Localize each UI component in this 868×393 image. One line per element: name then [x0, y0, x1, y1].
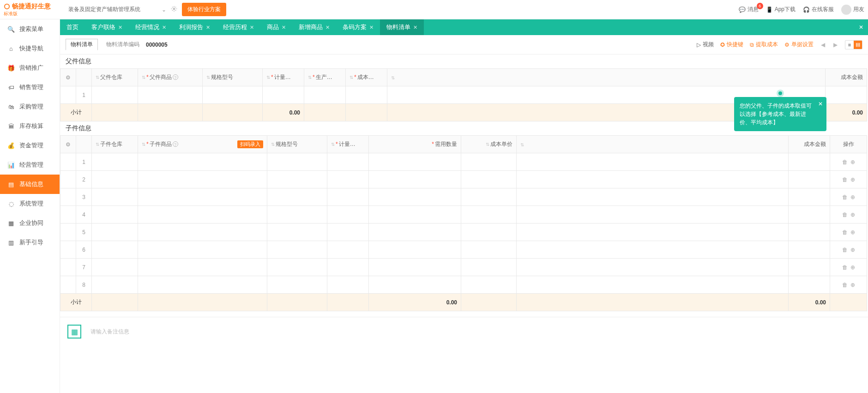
- help-icon[interactable]: ?: [173, 141, 178, 147]
- sidebar-item-quicknav[interactable]: ⌂快捷导航: [0, 39, 60, 58]
- close-icon[interactable]: ✕: [162, 24, 166, 30]
- gear-icon[interactable]: ⚙: [60, 69, 76, 86]
- delete-icon[interactable]: 🗑: [842, 229, 848, 236]
- close-icon[interactable]: ✕: [369, 24, 374, 30]
- col-parent-unit[interactable]: ⇅*计量…: [263, 69, 304, 86]
- scan-button[interactable]: 扫码录入: [237, 140, 263, 148]
- table-row[interactable]: 3🗑⊕: [60, 188, 867, 206]
- close-icon[interactable]: ✕: [326, 24, 330, 30]
- col-parent-warehouse[interactable]: ⇅父件仓库: [92, 69, 138, 86]
- sidebar-item-finance[interactable]: 💰资金管理: [0, 136, 60, 155]
- tab-barcode[interactable]: 条码方案✕: [336, 19, 380, 35]
- memo-icon[interactable]: ▦: [67, 325, 81, 339]
- gift-icon: 🎁: [7, 65, 15, 72]
- sidebar-item-label: 企业协同: [19, 219, 43, 227]
- add-icon[interactable]: ⊕: [850, 212, 855, 218]
- add-icon[interactable]: ⊕: [850, 229, 855, 236]
- table-row[interactable]: 5🗑⊕: [60, 224, 867, 241]
- table-row[interactable]: 2🗑⊕: [60, 171, 867, 188]
- gear-icon[interactable]: ⚙: [60, 136, 76, 153]
- table-row[interactable]: 8🗑⊕: [60, 276, 867, 294]
- col-parent-produce[interactable]: ⇅*生产…: [304, 69, 346, 86]
- sidebar-item-collab[interactable]: ▦企业协同: [0, 213, 60, 233]
- support-label: 在线客服: [812, 6, 834, 13]
- add-icon[interactable]: ⊕: [850, 194, 855, 200]
- close-icon[interactable]: ✕: [250, 24, 254, 30]
- table-row[interactable]: 1🗑⊕: [60, 153, 867, 171]
- sidebar-item-operation[interactable]: 📊经营管理: [0, 155, 60, 175]
- add-icon[interactable]: ⊕: [850, 264, 855, 271]
- user-menu[interactable]: 用友: [841, 5, 864, 15]
- tab-newproduct[interactable]: 新增商品✕: [292, 19, 336, 35]
- sidebar-item-search[interactable]: 🔍搜索菜单: [0, 19, 60, 39]
- tab-contacts[interactable]: 客户联络✕: [85, 19, 129, 35]
- delete-icon[interactable]: 🗑: [842, 212, 848, 218]
- delete-icon[interactable]: 🗑: [842, 176, 848, 183]
- view-detail-icon[interactable]: ▤: [854, 41, 862, 49]
- sidebar-item-guide[interactable]: ▥新手引导: [0, 233, 60, 252]
- table-row[interactable]: 7🗑⊕: [60, 259, 867, 276]
- col-child-amount[interactable]: 成本金额: [789, 136, 830, 153]
- close-all-tabs-icon[interactable]: ✕: [854, 24, 868, 30]
- tab-status[interactable]: 经营情况✕: [129, 19, 173, 35]
- home-icon: ⌂: [7, 45, 15, 52]
- sidebar-item-label: 采购管理: [19, 103, 43, 111]
- add-icon[interactable]: ⊕: [850, 159, 855, 165]
- add-icon[interactable]: ⊕: [850, 282, 855, 288]
- delete-icon[interactable]: 🗑: [842, 282, 848, 288]
- col-parent-spec[interactable]: ⇅规格型号: [203, 69, 263, 86]
- prev-icon[interactable]: ◀: [820, 42, 826, 48]
- table-row[interactable]: 6🗑⊕: [60, 241, 867, 259]
- table-row[interactable]: 4🗑⊕: [60, 206, 867, 224]
- col-child-warehouse[interactable]: ⇅子件仓库: [92, 136, 138, 153]
- delete-icon[interactable]: 🗑: [842, 264, 848, 271]
- delete-icon[interactable]: 🗑: [842, 194, 848, 200]
- tab-bom[interactable]: 物料清单✕: [380, 19, 424, 35]
- sort-icon: ⇅: [271, 143, 275, 146]
- col-parent-amount[interactable]: 成本金额: [826, 69, 867, 86]
- sidebar-item-marketing[interactable]: 🎁营销推广: [0, 58, 60, 78]
- close-icon[interactable]: ✕: [818, 100, 823, 108]
- app-download-button[interactable]: 📱 App下载: [766, 6, 796, 13]
- delete-icon[interactable]: 🗑: [842, 159, 848, 165]
- tool-label: 快捷键: [727, 41, 743, 48]
- col-parent-product[interactable]: ⇅*父件商品?: [138, 69, 203, 86]
- sidebar-item-sales[interactable]: 🏷销售管理: [0, 78, 60, 97]
- system-selector[interactable]: 装备及固定资产辅助管理系统 ⌄: [68, 6, 166, 13]
- col-parent-cost[interactable]: ⇅*成本…: [346, 69, 387, 86]
- sidebar-item-basic[interactable]: ▤基础信息: [0, 175, 60, 194]
- memo-input[interactable]: 请输入备注信息: [90, 328, 129, 336]
- add-icon[interactable]: ⊕: [850, 247, 855, 253]
- add-icon[interactable]: ⊕: [850, 176, 855, 183]
- extract-cost-button[interactable]: ⧉提取成本: [750, 41, 778, 48]
- tab-home[interactable]: 首页: [60, 19, 85, 35]
- support-button[interactable]: 🎧 在线客服: [803, 6, 834, 13]
- doc-settings-button[interactable]: ⚙单据设置: [784, 41, 814, 48]
- sidebar-item-system[interactable]: ◌系统管理: [0, 194, 60, 213]
- sidebar-item-purchase[interactable]: 🛍采购管理: [0, 97, 60, 116]
- tab-profit[interactable]: 利润报告✕: [173, 19, 217, 35]
- tab-product[interactable]: 商品✕: [260, 19, 292, 35]
- col-child-product[interactable]: ⇅*子件商品?扫码录入: [138, 136, 267, 153]
- next-icon[interactable]: ▶: [832, 42, 838, 48]
- close-icon[interactable]: ✕: [413, 24, 417, 30]
- help-icon[interactable]: ?: [173, 74, 178, 80]
- close-icon[interactable]: ✕: [118, 24, 122, 30]
- col-child-qty[interactable]: *需用数量: [369, 136, 461, 153]
- video-button[interactable]: ▷视频: [697, 41, 714, 48]
- close-icon[interactable]: ✕: [206, 24, 210, 30]
- tab-history[interactable]: 经营历程✕: [217, 19, 260, 35]
- close-icon[interactable]: ✕: [282, 24, 286, 30]
- col-child-unit[interactable]: ⇅*计量…: [327, 136, 369, 153]
- messages-button[interactable]: 💬 消息 6: [739, 6, 759, 13]
- view-list-icon[interactable]: ≡: [845, 41, 854, 49]
- sidebar-item-inventory[interactable]: 🏛库存核算: [0, 116, 60, 136]
- col-child-spec[interactable]: ⇅规格型号: [267, 136, 327, 153]
- cta-button[interactable]: 体验行业方案: [182, 3, 226, 16]
- gear-icon[interactable]: [171, 6, 177, 13]
- delete-icon[interactable]: 🗑: [842, 247, 848, 253]
- tab-label: 利润报告: [179, 23, 203, 31]
- doc-tab[interactable]: 物料清单: [66, 39, 98, 50]
- shortcut-button[interactable]: ✪快捷键: [720, 41, 743, 48]
- col-child-price[interactable]: ⇅成本单价: [461, 136, 517, 153]
